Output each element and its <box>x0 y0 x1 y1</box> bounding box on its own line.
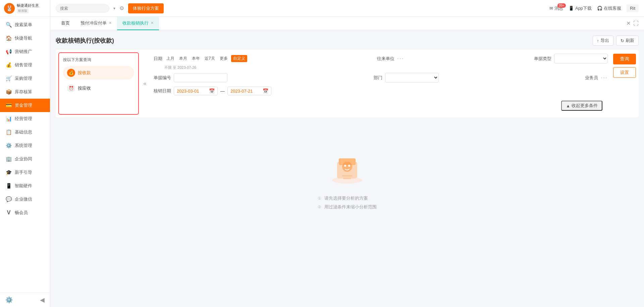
collapse-more-button[interactable]: ▲ 收起更多条件 <box>561 101 602 111</box>
shortcut-this-month[interactable]: 本月 <box>178 55 189 62</box>
date-range-separator: — <box>220 89 225 94</box>
end-calendar-icon[interactable]: 📅 <box>263 88 268 94</box>
verify-end-input[interactable] <box>230 89 261 94</box>
verify-date-range: 📅 — 📅 <box>174 87 271 95</box>
tab-close-btn[interactable]: ✕ <box>626 20 631 27</box>
receipt-option-icon: 💰 <box>67 69 75 77</box>
shortcut-this-year[interactable]: 本年 <box>191 55 201 62</box>
refresh-button[interactable]: ↻ 刷新 <box>616 36 639 46</box>
inventory-icon: 📦 <box>5 89 12 95</box>
member-icon: V <box>5 209 12 216</box>
enterprise-icon: 🏢 <box>5 156 12 162</box>
filter-row-2: 单据编号 部门 业务员 ··· <box>154 73 608 83</box>
dept-select[interactable] <box>385 73 439 83</box>
marketing-icon: 📢 <box>5 48 12 55</box>
topbar-online-service[interactable]: 🎧 在线客服 <box>597 5 621 11</box>
staff-dots: ··· <box>601 74 608 81</box>
topbar-app-download[interactable]: 📱 App下载 <box>569 5 592 11</box>
verify-start-input[interactable] <box>177 89 207 94</box>
topbar-message[interactable]: ✉ 消息 99+ <box>549 5 563 11</box>
sidebar-item-wechat[interactable]: 💬 企业微信 <box>0 193 50 206</box>
logo-tag: 标准版 <box>17 8 29 13</box>
empty-illustration <box>327 148 367 189</box>
basic-icon: 📋 <box>5 129 12 136</box>
headset-icon: 🎧 <box>597 6 602 11</box>
filter-staff-field: 业务员 ··· <box>585 74 608 81</box>
tab-collect[interactable]: 收款核销执行 ✕ <box>117 17 159 30</box>
counterparty-label: 往来单位 <box>377 56 394 62</box>
refresh-icon: ↻ <box>621 38 624 43</box>
filter-settings-button[interactable]: 设置 <box>613 67 636 78</box>
filter-left-panel: 按以下方案查询 💰 按收款 ⏰ 按应收 <box>58 52 139 115</box>
app-icon: 📱 <box>569 6 574 11</box>
collapse-arrow-icon: ▲ <box>566 103 570 108</box>
svg-point-4 <box>344 165 346 167</box>
docno-input[interactable] <box>174 73 227 82</box>
tabs-controls: ✕ ⛶ <box>626 20 639 27</box>
sidebar-settings-icon[interactable]: ⚙️ <box>5 296 13 304</box>
filter-row-1: 日期 上月 本月 本年 近7天 更多 自定义 往来单位 ··· <box>154 54 608 63</box>
topbar-dropdown-arrow[interactable]: ▾ <box>113 6 115 11</box>
sidebar-item-finance[interactable]: 💳 资金管理 <box>0 99 50 112</box>
tab-home[interactable]: 首页 <box>56 17 75 30</box>
sales-icon: 💰 <box>5 62 12 68</box>
receivable-option-icon: ⏰ <box>67 84 75 92</box>
sidebar-item-basic[interactable]: 📋 基础信息 <box>0 125 50 139</box>
collapse-bar: ▲ 收起更多条件 <box>154 99 608 113</box>
verifydate-label: 核销日期 <box>154 88 171 94</box>
empty-tip-1: ① 请先选择要分析的方案 <box>318 194 377 203</box>
sidebar-item-marketing[interactable]: 📢 营销推广 <box>0 45 50 58</box>
filter-collapse-toggle[interactable]: « <box>142 50 148 117</box>
empty-tip-2: ② 用过滤条件来缩小分析范围 <box>318 203 377 211</box>
tab-collect-close[interactable]: ✕ <box>151 21 154 25</box>
search-button[interactable]: 查询 <box>613 54 636 64</box>
filter-container: 按以下方案查询 💰 按收款 ⏰ 按应收 « 日期 <box>56 50 639 117</box>
logo-text: 畅捷通好生意 <box>17 3 39 8</box>
dept-label: 部门 <box>374 75 382 81</box>
counterparty-dots: ··· <box>397 55 404 62</box>
svg-point-5 <box>348 165 350 167</box>
sidebar-item-hardware[interactable]: 📱 智能硬件 <box>0 179 50 193</box>
search-nav-icon: 🔍 <box>5 21 12 28</box>
sidebar-item-inventory[interactable]: 📦 库存核算 <box>0 85 50 99</box>
filter-option-receivable[interactable]: ⏰ 按应收 <box>63 82 134 95</box>
doctype-select[interactable] <box>554 54 608 63</box>
sidebar-footer: ⚙️ ◀ <box>0 293 50 307</box>
sidebar-item-guide[interactable]: 🎓 新手引导 <box>0 166 50 179</box>
shortcut-custom[interactable]: 自定义 <box>231 55 247 62</box>
sidebar-item-sales[interactable]: 💰 销售管理 <box>0 58 50 72</box>
sidebar-item-quicknav[interactable]: 🏠 快捷导航 <box>0 32 50 45</box>
sidebar-item-system[interactable]: ⚙️ 系统管理 <box>0 139 50 152</box>
sidebar-collapse-icon[interactable]: ◀ <box>40 296 45 304</box>
tab-prepay[interactable]: 预付冲应付单 ✕ <box>75 17 117 30</box>
filter-actions: 查询 设置 <box>613 50 639 117</box>
shortcut-last-month[interactable]: 上月 <box>165 55 176 62</box>
topbar-user-info[interactable]: Rit <box>627 4 639 12</box>
shortcut-7days[interactable]: 近7天 <box>203 55 216 62</box>
docno-label: 单据编号 <box>154 75 171 81</box>
page-title: 收款核销执行(按收款) <box>56 37 114 45</box>
sidebar-item-enterprise[interactable]: 🏢 企业协同 <box>0 152 50 166</box>
topbar-solution-button[interactable]: 体验行业方案 <box>128 3 164 13</box>
ops-icon: 📊 <box>5 115 12 122</box>
start-calendar-icon[interactable]: 📅 <box>209 88 215 94</box>
empty-state: ① 请先选择要分析的方案 ② 用过滤条件来缩小分析范围 <box>56 121 639 238</box>
sidebar-item-ops[interactable]: 📊 经营管理 <box>0 112 50 125</box>
staff-label: 业务员 <box>585 75 598 81</box>
filter-right-panel: 日期 上月 本月 本年 近7天 更多 自定义 往来单位 ··· <box>148 50 613 117</box>
sidebar-item-search[interactable]: 🔍 搜索菜单 <box>0 18 50 32</box>
topbar-search-input[interactable] <box>56 4 109 12</box>
topbar-gear-icon[interactable]: ⚙ <box>119 5 124 11</box>
shortcut-more[interactable]: 更多 <box>218 55 229 62</box>
svg-rect-6 <box>342 175 352 176</box>
sidebar-item-purchase[interactable]: 🛒 采购管理 <box>0 72 50 85</box>
sidebar-item-member[interactable]: V 畅会员 <box>0 206 50 219</box>
purchase-icon: 🛒 <box>5 75 12 82</box>
main-wrapper: ▾ ⚙ 体验行业方案 ✉ 消息 99+ 📱 App下载 🎧 在线客服 Rit 首… <box>50 0 644 307</box>
tab-prepay-close[interactable]: ✕ <box>109 21 112 25</box>
tab-expand-btn[interactable]: ⛶ <box>633 20 639 27</box>
filter-doctype-field: 单据类型 <box>534 54 608 63</box>
export-button[interactable]: ↑ 导出 <box>593 36 614 46</box>
filter-option-receipt[interactable]: 💰 按收款 <box>63 66 134 80</box>
empty-tips: ① 请先选择要分析的方案 ② 用过滤条件来缩小分析范围 <box>318 194 377 211</box>
